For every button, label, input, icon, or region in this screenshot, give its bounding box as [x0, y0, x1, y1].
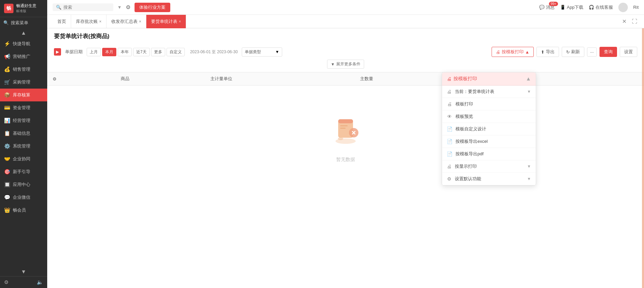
topbar-gear-icon[interactable]: ⚙ — [126, 4, 130, 10]
sidebar-item-inventory[interactable]: 📦 库存核算 — [0, 89, 47, 101]
finance-icon: 💳 — [4, 105, 10, 111]
date-filter-buttons: 上月 本月 本年 近7天 更多 自定义 — [87, 48, 185, 56]
query-button[interactable]: 查询 — [599, 47, 617, 57]
sidebar-logo: 畅 畅通好生意 标准版 — [0, 0, 47, 17]
print-item-template-custom-label: 模板自定义设计 — [456, 126, 486, 132]
sidebar-item-label: 应用中心 — [13, 182, 30, 188]
search-icon: 🔍 — [3, 20, 9, 25]
sidebar-item-member[interactable]: 👑 畅会员 — [0, 204, 47, 217]
topbar-search-box[interactable]: 🔍 — [53, 3, 113, 11]
sidebar-item-sales[interactable]: 💰 销售管理 — [0, 63, 47, 76]
print-dropdown-item-template-print[interactable]: 🖨 模板打印 — [442, 98, 536, 110]
order-type-select[interactable]: 单据类型 ▼ — [242, 47, 282, 57]
tab-inventory-batch[interactable]: 库存批次账 × — [71, 15, 107, 28]
refresh-button[interactable]: ↻ 刷新 — [562, 47, 584, 57]
sidebar-item-marketing[interactable]: 📢 营销推广 — [0, 50, 47, 63]
print-item-current-label: 当前：要货单统计表 — [455, 89, 494, 95]
online-service-button[interactable]: 🎧 在线客服 — [589, 4, 613, 10]
settings-footer-icon[interactable]: ⚙ — [4, 279, 8, 285]
dots-label: ··· — [590, 50, 594, 55]
print-template-button[interactable]: 🖨 按模板打印 ▲ — [492, 47, 534, 57]
settings-button[interactable]: 设置 — [620, 47, 637, 57]
tab-receivables-summary-label: 收发存汇总表 — [111, 19, 138, 25]
sidebar-item-collab[interactable]: 🤝 企业协同 — [0, 153, 47, 165]
tab-close-all-icon[interactable]: ✕ — [621, 17, 628, 26]
col-settings[interactable]: ⚙ — [47, 72, 115, 86]
basic-icon: 📋 — [4, 130, 10, 136]
print-dropdown-item-template-custom[interactable]: 📄 模板自定义设计 — [442, 123, 536, 135]
print-item-current-arrow: ▼ — [527, 89, 531, 94]
sidebar-item-purchase[interactable]: 🛒 采购管理 — [0, 76, 47, 89]
tab-receivables-summary[interactable]: 收发存汇总表 × — [107, 15, 146, 28]
sidebar-search[interactable]: 🔍 搜索菜单 — [0, 17, 47, 29]
print-dropdown-item-export-excel[interactable]: 📄 按模板导出excel — [442, 135, 536, 148]
tab-receivables-summary-close[interactable]: × — [139, 19, 141, 24]
speaker-icon[interactable]: 🔈 — [37, 279, 43, 285]
expand-more-button[interactable]: ▼ 展开更多条件 — [327, 60, 364, 69]
topbar-search-icon: 🔍 — [56, 5, 61, 10]
sidebar-footer: ⚙ 🔈 — [0, 276, 47, 288]
print-dropdown-item-current[interactable]: 🖨 当前：要货单统计表 ▼ — [442, 86, 536, 98]
app-badge: 标准版 — [16, 9, 36, 13]
trial-button[interactable]: 体验行业方案 — [135, 3, 170, 12]
message-icon: 💬 — [539, 5, 545, 10]
sidebar-item-wechat[interactable]: 💬 企业微信 — [0, 191, 47, 204]
sidebar-item-guide[interactable]: 🎯 新手引导 — [0, 165, 47, 178]
print-dropdown-item-default-func[interactable]: ⚙ 设置默认功能 ▼ — [442, 173, 536, 185]
sidebar-item-label: 库存核算 — [13, 92, 30, 98]
print-dropdown-item-template-preview[interactable]: 👁 模板预览 — [442, 110, 536, 123]
date-btn-custom[interactable]: 自定义 — [167, 48, 185, 56]
message-button[interactable]: 💬 消息 99+ — [539, 4, 555, 10]
topbar-search-input[interactable] — [63, 5, 104, 10]
topbar-chevron-icon[interactable]: ▼ — [117, 5, 122, 10]
app-download-button[interactable]: 📱 App下载 — [560, 4, 583, 10]
print-dropdown-item-export-pdf[interactable]: 📄 按模板导出pdf — [442, 148, 536, 160]
topbar: 🔍 ▼ ⚙ 体验行业方案 💬 消息 99+ 📱 App下载 🎧 在线客服 Rit — [47, 0, 644, 15]
resize-handle[interactable] — [642, 28, 644, 288]
tab-home[interactable]: 首页 — [53, 15, 71, 28]
scroll-down-button[interactable]: ▼ — [0, 267, 47, 276]
app-name: 畅通好生意 — [16, 3, 36, 9]
data-table: ⚙ 商品 主计量单位 主数量 零售金额 — [47, 72, 644, 86]
wechat-icon: 💬 — [4, 194, 10, 200]
scroll-up-button[interactable]: ▲ — [0, 29, 47, 37]
date-btn-7days[interactable]: 近7天 — [133, 48, 150, 56]
sidebar-item-system[interactable]: ⚙️ 系统管理 — [0, 140, 47, 153]
sidebar-item-apps[interactable]: 🔲 应用中心 — [0, 178, 47, 191]
date-btn-last-month[interactable]: 上月 — [87, 48, 101, 56]
sidebar-item-label: 采购管理 — [13, 79, 30, 85]
tab-order-stats[interactable]: 要货单统计表 × — [146, 15, 186, 28]
sidebar-item-basic[interactable]: 📋 基础信息 — [0, 127, 47, 140]
sidebar-item-label: 系统管理 — [13, 143, 30, 149]
print-chevron-icon: ▲ — [525, 50, 529, 55]
apps-icon: 🔲 — [4, 182, 10, 188]
print-dropdown-item-display-print[interactable]: 🖨 按显示打印 ▼ — [442, 160, 536, 173]
date-btn-this-year[interactable]: 本年 — [118, 48, 132, 56]
page-header: 要货单统计表(按商品) — [47, 28, 644, 43]
svg-rect-7 — [340, 128, 346, 129]
sidebar-item-quick-nav[interactable]: ⚡ 快捷导航 — [0, 37, 47, 50]
print-dropdown-header: 🖨 按模板打印 ▲ — [442, 72, 536, 86]
filter-toggle-btn[interactable]: ▶ — [54, 48, 61, 56]
tab-order-stats-close[interactable]: × — [179, 19, 181, 24]
export-button[interactable]: ⬆ 导出 — [536, 47, 559, 57]
col-unit: 主计量单位 — [205, 72, 355, 86]
print-dropdown-title: 🖨 按模板打印 — [447, 76, 477, 82]
collab-icon: 🤝 — [4, 156, 10, 162]
tab-expand-icon[interactable]: ⛶ — [631, 17, 639, 26]
sidebar: 畅 畅通好生意 标准版 🔍 搜索菜单 ▲ ⚡ 快捷导航 📢 营销推广 💰 销售管… — [0, 0, 47, 288]
print-item-template-custom-icon: 📄 — [447, 126, 452, 132]
date-btn-more[interactable]: 更多 — [151, 48, 165, 56]
tab-inventory-batch-close[interactable]: × — [99, 19, 101, 24]
date-btn-this-month[interactable]: 本月 — [102, 48, 116, 56]
sidebar-item-label: 新手引导 — [13, 169, 30, 175]
export-label: 导出 — [546, 49, 555, 55]
svg-rect-2 — [338, 119, 353, 123]
expand-row: ▼ 展开更多条件 — [54, 60, 637, 69]
user-avatar[interactable] — [618, 3, 628, 12]
print-dropdown-close-button[interactable]: ▲ — [526, 76, 531, 82]
sidebar-item-operation[interactable]: 📊 经营管理 — [0, 114, 47, 127]
dots-button[interactable]: ··· — [587, 47, 597, 57]
sidebar-item-finance[interactable]: 💳 资金管理 — [0, 101, 47, 114]
print-item-display-print-label: 按显示打印 — [455, 163, 477, 169]
